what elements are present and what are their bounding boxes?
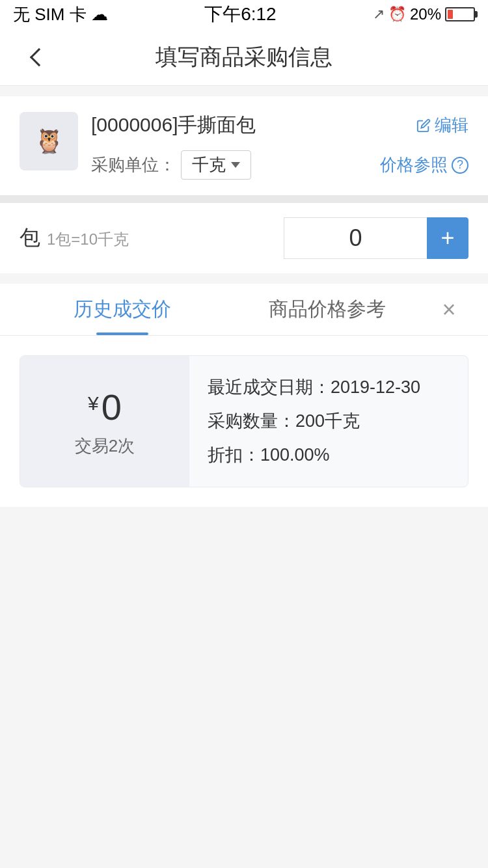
product-info: [0000006]手撕面包 编辑 采购单位： 千克	[91, 112, 468, 180]
unit-value: 千克	[192, 154, 226, 176]
help-char: ?	[457, 158, 463, 172]
nav-icon: ↗	[373, 6, 385, 23]
product-card: 🦉 [0000006]手撕面包 编辑 采购单位： 千克	[0, 96, 488, 195]
price-value: 0	[102, 386, 122, 428]
plus-icon: +	[441, 226, 454, 250]
price-ref-label: 价格参照	[380, 154, 448, 176]
tab-section: 历史成交价 商品价格参考 × ¥ 0 交易2次 最近成交日期：2019-12-3…	[0, 284, 488, 507]
unit-label: 采购单位：	[91, 154, 176, 176]
unit-row: 采购单位： 千克 价格参照 ?	[91, 150, 468, 180]
tab-close-button[interactable]: ×	[429, 290, 468, 329]
product-name-row: [0000006]手撕面包 编辑	[91, 112, 468, 139]
tab-product-price-ref[interactable]: 商品价格参考	[224, 284, 429, 335]
tab-bar: 历史成交价 商品价格参考 ×	[0, 284, 488, 336]
quantity-label-group: 包 1包=10千克	[20, 224, 129, 252]
battery-icon	[445, 7, 475, 21]
recent-date-label: 最近成交日期：	[208, 377, 331, 397]
edit-icon	[416, 118, 431, 133]
dropdown-arrow-icon	[231, 162, 240, 168]
quantity-input[interactable]: 0	[284, 217, 427, 259]
status-right: ↗ ⏰ 20%	[373, 5, 475, 23]
quantity-plus-button[interactable]: +	[427, 217, 468, 259]
card-left: ¥ 0 交易2次	[20, 356, 189, 487]
back-arrow-icon	[30, 47, 48, 66]
purchase-quantity-value: 200千克	[295, 411, 360, 431]
purchase-quantity-row: 采购数量：200千克	[208, 409, 450, 434]
price-amount: ¥ 0	[88, 386, 122, 428]
page-title: 填写商品采购信息	[59, 42, 429, 72]
price-ref-button[interactable]: 价格参照 ?	[380, 154, 468, 176]
recent-date-row: 最近成交日期：2019-12-30	[208, 375, 450, 400]
trade-count: 交易2次	[75, 435, 135, 457]
status-time: 下午6:12	[204, 2, 277, 27]
product-row: 🦉 [0000006]手撕面包 编辑 采购单位： 千克	[20, 112, 468, 180]
tab-product-price-ref-label: 商品价格参考	[269, 296, 386, 323]
status-left: 无 SIM 卡 ☁	[13, 3, 108, 26]
sim-label: 无 SIM 卡 ☁	[13, 3, 108, 26]
help-icon: ?	[452, 157, 468, 174]
alarm-icon: ⏰	[388, 6, 406, 23]
edit-button[interactable]: 编辑	[416, 114, 468, 137]
discount-value: 100.00%	[260, 445, 330, 465]
quantity-row: 包 1包=10千克 0 +	[0, 203, 488, 273]
close-icon: ×	[442, 298, 455, 321]
product-name: [0000006]手撕面包	[91, 112, 256, 139]
card-right: 最近成交日期：2019-12-30 采购数量：200千克 折扣：100.00%	[189, 356, 468, 487]
quantity-unit: 包	[20, 224, 40, 252]
status-bar: 无 SIM 卡 ☁ 下午6:12 ↗ ⏰ 20%	[0, 0, 488, 29]
battery-fill	[448, 10, 453, 19]
purchase-quantity-label: 采购数量：	[208, 411, 295, 431]
battery-percent: 20%	[410, 5, 441, 23]
edit-label: 编辑	[435, 114, 468, 137]
card-content: ¥ 0 交易2次 最近成交日期：2019-12-30 采购数量：200千克 折扣…	[0, 336, 488, 507]
quantity-input-group: 0 +	[284, 217, 468, 259]
price-currency: ¥	[88, 392, 99, 414]
tab-history-price[interactable]: 历史成交价	[20, 284, 224, 335]
quantity-conversion: 1包=10千克	[47, 229, 129, 250]
product-logo-icon: 🦉	[34, 128, 64, 155]
transaction-card: ¥ 0 交易2次 最近成交日期：2019-12-30 采购数量：200千克 折扣…	[20, 355, 468, 487]
divider-bar	[0, 195, 488, 203]
discount-label: 折扣：	[208, 445, 260, 465]
product-thumbnail: 🦉	[20, 112, 78, 170]
quantity-value: 0	[349, 224, 362, 252]
header: 填写商品采购信息	[0, 29, 488, 86]
discount-row: 折扣：100.00%	[208, 443, 450, 468]
unit-select[interactable]: 千克	[181, 150, 251, 180]
recent-date-value: 2019-12-30	[331, 377, 420, 397]
tab-history-price-label: 历史成交价	[74, 296, 171, 323]
back-button[interactable]	[20, 38, 59, 77]
